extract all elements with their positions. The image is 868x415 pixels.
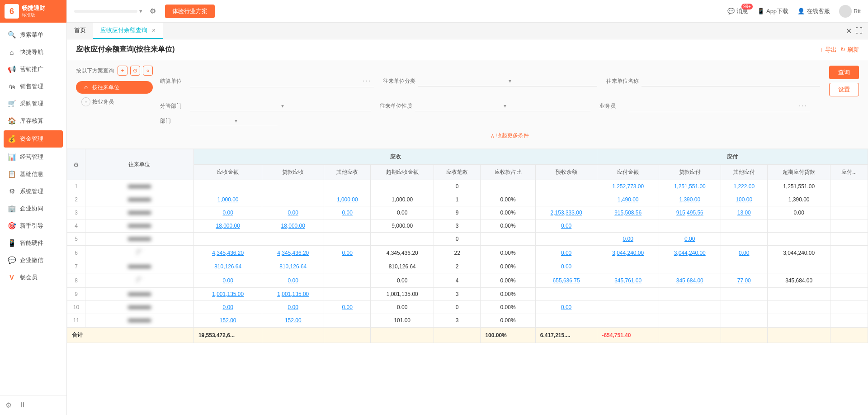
data-table: ⚙ 往来单位 应收 应付 应收金额 贷款应收 其他应收 超期应收金额 应收笔数 … [67,149,868,343]
ar-overdue-col: 超期应收金额 [371,165,434,180]
partner-cell: ■■■■■■■ [85,233,194,246]
by-partner-label: 按往来单位 [92,84,119,91]
filter-collapse-icon[interactable]: « [143,66,153,76]
partner-cell: ■■■■■■■ [85,288,194,301]
refresh-button[interactable]: ↻ 刷新 [840,46,859,54]
tab-ar-ap[interactable]: 应收应付余额查询 × [93,23,163,39]
footer-ar-amount[interactable]: 19,553,472,6... [193,327,262,343]
table-row: 2■■■■■■■1,000.001,000.001,000.0010.00%1,… [67,193,868,206]
ap-other-col: 其他应付 [721,165,767,180]
partner-name-input[interactable] [642,76,820,86]
close-window-icon[interactable]: ✕ [846,27,852,35]
partner-cell: 厂 [85,246,194,260]
online-service-icon: 👤 [797,8,805,14]
user-profile[interactable]: Rit [839,5,861,18]
filter-option-by-employee[interactable]: ○ 按业务员 [76,95,153,108]
app-download-icon: 📱 [757,8,764,14]
row-index: 2 [67,193,85,206]
dept-select[interactable]: ▾ [190,101,371,111]
search-icon: 🔍 [7,31,16,39]
table-row: 4■■■■■■■18,000.0018,000.009,000.0030.00%… [67,219,868,233]
sidebar-item-label: 库存核算 [20,117,43,125]
salesperson-label: 业务员 [599,102,627,110]
refresh-icon: ↻ [840,46,845,53]
query-button[interactable]: 查询 [829,66,859,79]
sidebar-item-hardware[interactable]: 📱 智能硬件 [0,234,66,252]
tab-home[interactable]: 首页 [67,23,93,39]
sidebar-item-search[interactable]: 🔍 搜索菜单 [0,26,66,43]
partner-nature-select[interactable]: ▾ [415,101,590,111]
tab-bar: 首页 应收应付余额查询 × ✕ ⛶ [67,23,868,39]
sidebar-item-enterprise[interactable]: 🏢 企业协同 [0,200,66,217]
sidebar-item-inventory[interactable]: 🏠 库存核算 [0,112,66,129]
collapse-icon: ∧ [491,133,495,139]
header-gear-icon[interactable]: ⚙ [150,7,156,15]
breadcrumb-input[interactable] [74,10,137,13]
settings-col-header: ⚙ [67,149,85,180]
online-service-action[interactable]: 👤 在线客服 [797,7,830,15]
username: Rit [854,8,861,14]
page-header-actions: ↑ 导出 ↻ 刷新 [821,46,859,54]
sidebar-item-basic-info[interactable]: 📋 基础信息 [0,166,66,183]
setting-button[interactable]: 设置 [829,83,859,96]
partner-name-label: 往来单位名称 [606,77,639,85]
table-row: 1■■■■■■■01,252,773.001,251,551.001,222.0… [67,180,868,193]
sidebar-item-vip[interactable]: V 畅会员 [0,269,66,286]
collapse-button[interactable]: ∧ 收起更多条件 [487,128,533,143]
sidebar-item-guide[interactable]: 🎯 新手引导 [0,217,66,234]
sidebar-item-label: 快捷导航 [20,48,43,56]
export-button[interactable]: ↑ 导出 [821,46,837,54]
table-row: 11■■■■■■■152.00152.00101.0030.00% [67,314,868,328]
sidebar-item-funds[interactable]: 💰 资金管理 [4,130,63,148]
filter-row-1: 结算单位 ··· 往来单位分类 ▾ [160,66,859,96]
partner-category-select[interactable]: ▾ [418,76,597,86]
message-icon: 💬 [727,8,735,14]
hardware-icon: 📱 [7,239,16,247]
fullscreen-icon[interactable]: ⛶ [855,27,863,35]
settlement-unit-input[interactable]: ··· [190,75,374,87]
row-index: 5 [67,233,85,246]
table-row: 7■■■■■■■810,126.64810,126.64810,126.6420… [67,260,868,273]
footer-ar-prepaid[interactable]: 6,417,215.... [535,327,597,343]
filter-tab-icons: + ⊙ « [118,66,153,76]
wechat-icon: 💬 [7,256,16,264]
tab-ar-ap-label: 应收应付余额查询 [100,26,147,34]
guide-icon: 🎯 [7,222,16,230]
table-settings-icon[interactable]: ⚙ [73,161,79,168]
message-action[interactable]: 💬 消息 99+ [727,7,748,15]
salesperson-input[interactable]: ··· [629,100,810,112]
table-row: 5■■■■■■■00.000.00 [67,233,868,246]
sidebar-item-system[interactable]: ⚙ 系统管理 [0,183,66,200]
sidebar-item-wechat[interactable]: 💬 企业微信 [0,252,66,269]
partner-cell: 厂 [85,273,194,288]
collapse-footer-icon[interactable]: ⏸ [19,401,26,410]
sidebar-item-marketing[interactable]: 📢 营销推广 [0,61,66,78]
tab-close-icon[interactable]: × [152,27,156,34]
sidebar-logo: 6 畅捷通财 标准版 [0,0,66,23]
filter-add-icon[interactable]: + [118,66,127,76]
basic-info-icon: 📋 [7,170,16,178]
logo-text: 畅捷通财 [22,5,45,12]
row-index: 10 [67,301,85,314]
sidebar-item-operations[interactable]: 📊 经营管理 [0,148,66,166]
filter-option-by-partner[interactable]: ⊙ 按往来单位 [76,81,153,94]
app-download-label: App下载 [766,7,788,15]
table-row: 9■■■■■■■1,001,135.001,001,135.001,001,13… [67,288,868,301]
trial-button[interactable]: 体验行业方案 [165,5,215,18]
settings-footer-icon[interactable]: ⚙ [5,401,12,410]
ar-count-col: 应收笔数 [434,165,480,180]
sidebar-item-purchase[interactable]: 🛒 采购管理 [0,95,66,112]
filter-settings-icon[interactable]: ⊙ [130,66,140,76]
breadcrumb-chevron-icon[interactable]: ▾ [139,8,142,14]
filter-row-3: 部门 ▾ [160,116,859,126]
row-index: 11 [67,314,85,328]
row-index: 7 [67,260,85,273]
sidebar: 6 畅捷通财 标准版 🔍 搜索菜单 ⌂ 快捷导航 📢 营销推广 🛍 销售管理 🛒… [0,0,67,415]
app-download-action[interactable]: 📱 App下载 [757,7,788,15]
ar-prepaid-col: 预收余额 [535,165,597,180]
department-select[interactable]: ▾ [190,116,278,126]
logo-sub: 标准版 [22,12,45,18]
sidebar-item-quick-nav[interactable]: ⌂ 快捷导航 [0,43,66,61]
sidebar-item-sales[interactable]: 🛍 销售管理 [0,78,66,95]
sidebar-item-label: 采购管理 [20,100,43,108]
